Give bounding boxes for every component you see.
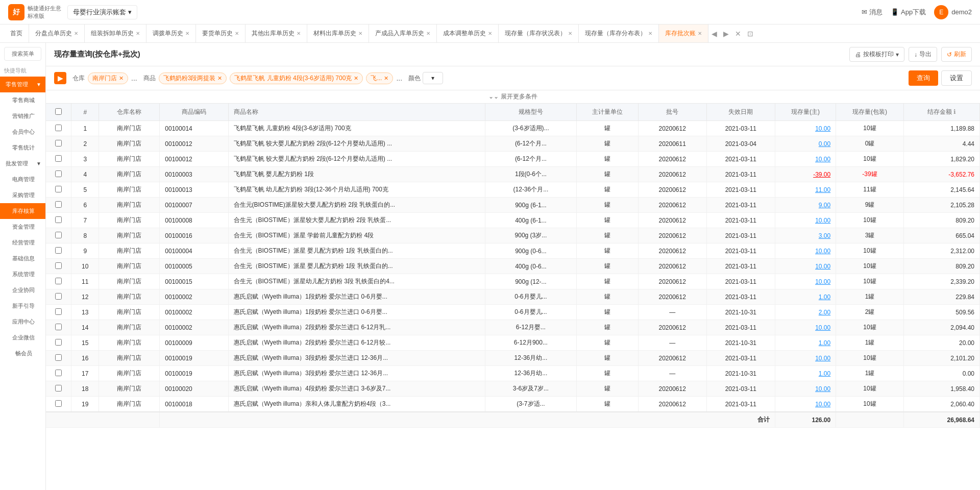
tab-close-icon[interactable]: ✕ (136, 31, 140, 36)
sidebar-item-enterprise[interactable]: 企业协同 (0, 282, 45, 298)
row-checkbox[interactable] (55, 385, 62, 391)
qty-link[interactable]: 3.00 (819, 232, 830, 239)
row-checkbox[interactable] (55, 247, 62, 254)
qty-link[interactable]: 10.00 (815, 355, 830, 362)
row-checkbox[interactable] (55, 155, 62, 162)
row-checkbox[interactable] (55, 324, 62, 330)
sidebar-item-wechat[interactable]: 企业微信 (0, 330, 45, 346)
sidebar-item-member[interactable]: 会员中心 (0, 124, 45, 140)
tab-close-icon[interactable]: ✕ (568, 31, 572, 36)
qty-link[interactable]: 11.00 (815, 186, 830, 193)
tab-9[interactable]: 现存量（库存状况表） ✕ (499, 24, 579, 43)
tab-10[interactable]: 现存量（库存分布表） ✕ (579, 24, 659, 43)
sidebar-item-ecommerce[interactable]: 电商管理 (0, 172, 45, 187)
warehouse-tag[interactable]: 南岸门店 ✕ (88, 72, 128, 84)
row-checkbox[interactable] (55, 308, 62, 315)
row-checkbox[interactable] (55, 232, 62, 238)
row-checkbox[interactable] (55, 278, 62, 284)
qty-link[interactable]: 10.00 (815, 401, 830, 408)
sidebar-item-finance[interactable]: 资金管理 (0, 219, 45, 235)
qty-link[interactable]: 10.00 (815, 125, 830, 132)
tab-nav-next[interactable]: ▶ (720, 24, 732, 43)
tab-close-icon[interactable]: ✕ (235, 31, 239, 36)
qty-link[interactable]: 10.00 (815, 278, 830, 285)
sidebar-item-retail-stats[interactable]: 零售统计 (0, 140, 45, 156)
row-checkbox[interactable] (55, 140, 62, 146)
tab-close-icon[interactable]: ✕ (297, 31, 301, 36)
remove-product2-icon[interactable]: ✕ (354, 75, 358, 82)
tab-4[interactable]: 要货单历史 ✕ (196, 24, 246, 43)
tab-7[interactable]: 产成品入库单历史 ✕ (369, 24, 437, 43)
warehouse-more-btn[interactable]: ... (131, 74, 137, 82)
search-menu-btn[interactable]: 搜索英单 (4, 47, 41, 61)
sidebar-item-marketing[interactable]: 营销推广 (0, 108, 45, 124)
row-checkbox[interactable] (55, 370, 62, 376)
sidebar-item-retail-mall[interactable]: 零售商城 (0, 92, 45, 108)
row-checkbox[interactable] (55, 293, 62, 300)
refresh-btn[interactable]: ↺ 刷新 (941, 47, 972, 62)
remove-product1-icon[interactable]: ✕ (217, 75, 222, 82)
tab-close-icon[interactable]: ✕ (358, 31, 362, 36)
amount-info-icon[interactable]: ℹ (953, 108, 956, 115)
expand-more-btn[interactable]: ⌄⌄ 展开更多条件 (46, 90, 980, 104)
tab-close-icon[interactable]: ✕ (426, 31, 430, 36)
sidebar-item-wholesale[interactable]: 批发管理 ▼ (0, 156, 45, 172)
sidebar-item-system[interactable]: 系统管理 (0, 266, 45, 282)
tab-close-all[interactable]: ✕ (732, 24, 744, 43)
qty-link[interactable]: 10.00 (815, 217, 830, 224)
sidebar-item-app-center[interactable]: 应用中心 (0, 314, 45, 330)
sidebar-item-member2[interactable]: 畅会员 (0, 346, 45, 361)
tab-close-icon[interactable]: ✕ (648, 31, 652, 36)
row-checkbox[interactable] (55, 339, 62, 346)
sidebar-item-guide[interactable]: 新手引导 (0, 298, 45, 314)
settings-btn[interactable]: 设置 (941, 70, 972, 86)
qty-link[interactable]: 1.00 (819, 293, 830, 301)
qty-link[interactable]: 9.00 (819, 202, 830, 209)
tab-nav-prev[interactable]: ◀ (708, 24, 720, 43)
product-tag-3[interactable]: 飞... ✕ (366, 72, 393, 84)
remove-product3-icon[interactable]: ✕ (384, 75, 388, 82)
tab-more[interactable]: ⊡ (744, 24, 756, 43)
row-checkbox[interactable] (55, 216, 62, 223)
product-tag-1[interactable]: 飞鹤奶粉3段两提装 ✕ (159, 72, 227, 84)
tab-close-icon[interactable]: ✕ (185, 31, 189, 36)
row-checkbox[interactable] (55, 354, 62, 361)
qty-link[interactable]: 10.00 (815, 385, 830, 393)
product-more-btn[interactable]: ... (396, 74, 402, 82)
qty-link[interactable]: 10.00 (815, 324, 830, 331)
tab-close-icon[interactable]: ✕ (488, 31, 492, 36)
tab-1[interactable]: 分盘点单历史 ✕ (29, 24, 85, 43)
org-selector[interactable]: 母婴行业演示账套 ▾ (67, 5, 137, 19)
qty-link[interactable]: -39.00 (813, 171, 830, 178)
search-btn[interactable]: 查询 (909, 70, 938, 86)
tab-2[interactable]: 组装拆卸单历史 ✕ (85, 24, 146, 43)
tab-close-icon[interactable]: ✕ (698, 31, 702, 36)
template-print-btn[interactable]: 🖨 按模板打印 ▾ (849, 47, 904, 62)
qty-link[interactable]: 1.00 (819, 370, 830, 377)
tab-home[interactable]: 首页 (4, 24, 29, 43)
download-btn[interactable]: 📱 App下载 (891, 8, 926, 17)
sidebar-item-purchase[interactable]: 采购管理 (0, 187, 45, 203)
row-checkbox[interactable] (55, 262, 62, 269)
tab-11[interactable]: 库存批次账 ✕ (659, 24, 708, 43)
row-checkbox[interactable] (55, 125, 62, 131)
tab-6[interactable]: 材料出库单历史 ✕ (307, 24, 369, 43)
filter-toggle-btn[interactable]: ▶ (54, 72, 66, 84)
row-checkbox[interactable] (55, 186, 62, 192)
tab-3[interactable]: 调拨单历史 ✕ (146, 24, 196, 43)
row-checkbox[interactable] (55, 400, 62, 407)
sidebar-item-inventory[interactable]: 库存核算 (0, 203, 45, 219)
qty-link[interactable]: 1.00 (819, 339, 830, 347)
tab-close-icon[interactable]: ✕ (74, 31, 78, 36)
qty-link[interactable]: 0.00 (819, 140, 830, 148)
sidebar-item-retail-mgmt[interactable]: 零售管理 ▼ (0, 77, 45, 92)
tab-8[interactable]: 成本调整单历史 ✕ (437, 24, 499, 43)
export-btn[interactable]: ↓ 导出 (909, 47, 937, 62)
qty-link[interactable]: 10.00 (815, 248, 830, 255)
color-dropdown[interactable]: ▾ (423, 72, 443, 84)
sidebar-item-operations[interactable]: 经营管理 (0, 235, 45, 251)
sidebar-item-basic-info[interactable]: 基础信息 (0, 251, 45, 266)
row-checkbox[interactable] (55, 170, 62, 177)
row-checkbox[interactable] (55, 201, 62, 208)
qty-link[interactable]: 2.00 (819, 309, 830, 316)
